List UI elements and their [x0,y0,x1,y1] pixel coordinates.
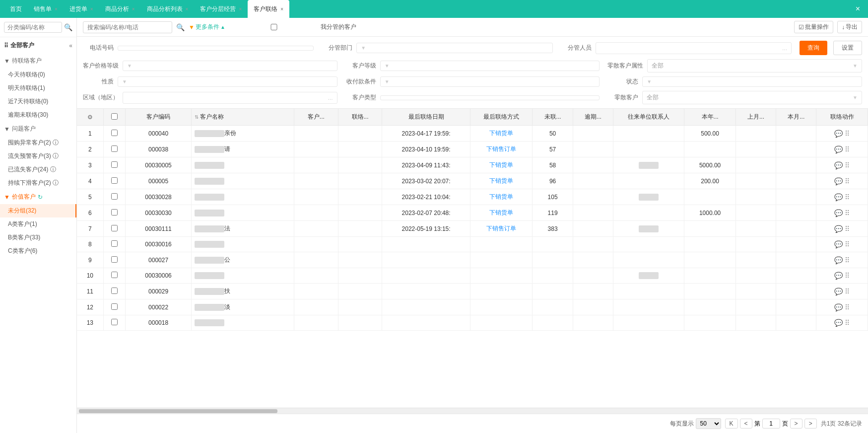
chat-icon[interactable]: 💬 [834,319,843,327]
sidebar-item-ungroup[interactable]: 未分组(32) [0,204,76,217]
row-check[interactable] [103,205,125,221]
row-checkbox[interactable] [111,177,118,184]
row-checkbox[interactable] [111,319,118,325]
filter-input-nature[interactable]: ▼ [118,76,337,87]
more-icon[interactable]: ⠿ [845,272,850,280]
sidebar-item-declining[interactable]: 持续下滑客户(2) ⓘ [0,176,76,190]
close-goods-analysis-list-icon[interactable]: × [186,6,189,12]
per-page-select[interactable]: 50 100 200 [696,418,721,429]
chat-icon[interactable]: 💬 [834,272,843,280]
tab-sales[interactable]: 销售单 × [28,0,64,18]
filter-input-sparse-customer[interactable]: 全部 ▼ [642,91,862,104]
chat-icon[interactable]: 💬 [834,225,843,233]
tab-home[interactable]: 首页 [4,0,28,18]
row-checkbox[interactable] [111,145,118,152]
export-button[interactable]: ↓ 导出 [837,21,862,33]
row-checkbox[interactable] [111,240,118,247]
tab-goods-analysis-list[interactable]: 商品分析列表 × [141,0,195,18]
more-conditions-btn[interactable]: ▼ 更多条件 ▲ [189,23,225,31]
chat-icon[interactable]: 💬 [834,177,843,185]
filter-input-status[interactable]: ▼ [642,76,862,87]
horizontal-scrollbar[interactable] [77,408,868,414]
last-way-link[interactable]: 下销货单 [489,193,513,200]
reset-button[interactable]: 设置 [833,41,862,55]
chat-icon[interactable]: 💬 [834,256,843,264]
sidebar-search-icon[interactable]: 🔍 [64,23,72,31]
tab-customer-contact[interactable]: 客户联络 × [248,0,289,18]
filter-input-customer-type[interactable] [380,95,600,100]
row-check[interactable] [103,315,125,331]
filter-search-icon[interactable]: 🔍 [176,23,185,31]
row-check[interactable] [103,221,125,237]
sidebar-item-overdue[interactable]: 逾期未联络(30) [0,108,76,122]
close-sales-icon[interactable]: × [55,6,58,12]
sidebar-item-today[interactable]: 今天待联络(0) [0,68,76,81]
next-page-button[interactable]: > [790,419,802,429]
more-icon[interactable]: ⠿ [845,177,850,185]
batch-op-button[interactable]: ☑ 批量操作 [794,21,833,33]
row-checkbox[interactable] [111,225,118,231]
more-icon[interactable]: ⠿ [845,193,850,201]
more-icon[interactable]: ⠿ [845,240,850,248]
sidebar-search-input[interactable] [4,22,62,33]
filter-input-payment[interactable]: ▼ [380,76,600,87]
page-number-input[interactable] [762,419,780,429]
row-checkbox[interactable] [111,193,118,200]
row-check[interactable] [103,268,125,284]
scrollbar-thumb[interactable] [79,409,277,413]
filter-input-region[interactable]: ... [123,92,337,104]
sidebar-item-churned[interactable]: 已流失客户(24) ⓘ [0,163,76,176]
sidebar-collapse-icon[interactable]: « [69,42,72,49]
sidebar-group-value[interactable]: ▼ 价值客户 ↻ [0,190,76,204]
tab-purchase[interactable]: 进货单 × [64,0,99,18]
row-checkbox[interactable] [111,288,118,294]
select-all-checkbox[interactable] [111,113,118,120]
row-check[interactable] [103,189,125,205]
row-checkbox[interactable] [111,303,118,310]
row-check[interactable] [103,173,125,189]
last-way-link[interactable]: 下销售订单 [486,225,516,232]
sidebar-item-churn-warning[interactable]: 流失预警客户(3) ⓘ [0,149,76,163]
row-check[interactable] [103,252,125,268]
more-icon[interactable]: ⠿ [845,130,850,138]
more-icon[interactable]: ⠿ [845,303,850,311]
last-page-button[interactable]: > [804,419,817,429]
sidebar-all-customers-header[interactable]: ⠿ 全部客户 « [0,37,76,54]
last-way-link[interactable]: 下销货单 [489,130,513,137]
chat-icon[interactable]: 💬 [834,288,843,295]
last-way-link[interactable]: 下销货单 [489,177,513,184]
row-checkbox[interactable] [111,256,118,263]
filter-input-sparse-attr[interactable]: 全部 ▼ [647,59,862,72]
filter-input-customer-grade[interactable]: ▼ [380,61,600,71]
check-column-header[interactable] [103,109,125,126]
row-check[interactable] [103,284,125,299]
close-customer-tier-icon[interactable]: × [239,6,242,12]
chat-icon[interactable]: 💬 [834,130,843,138]
close-all-button[interactable]: × [852,4,864,13]
sidebar-item-7days[interactable]: 近7天待联络(0) [0,95,76,108]
row-checkbox[interactable] [111,161,118,168]
more-icon[interactable]: ⠿ [845,161,850,169]
refresh-icon[interactable]: ↻ [38,194,43,201]
row-check[interactable] [103,299,125,315]
filter-input-person[interactable]: ... [596,42,792,54]
more-icon[interactable]: ⠿ [845,319,850,327]
search-button[interactable]: 查询 [800,41,827,55]
sidebar-item-class-a[interactable]: A类客户(1) [0,217,76,231]
chat-icon[interactable]: 💬 [834,145,843,153]
sidebar-item-abnormal[interactable]: 囤购异常客户(2) ⓘ [0,136,76,149]
last-way-link[interactable]: 下销货单 [489,161,513,168]
chat-icon[interactable]: 💬 [834,240,843,248]
row-check[interactable] [103,126,125,142]
sidebar-group-pending[interactable]: ▼ 待联络客户 [0,54,76,68]
chat-icon[interactable]: 💬 [834,161,843,169]
my-customers-checkbox-label[interactable]: 我分管的客户 [229,23,356,31]
tab-customer-tier[interactable]: 客户分层经营 × [194,0,248,18]
close-customer-contact-icon[interactable]: × [280,6,283,12]
more-icon[interactable]: ⠿ [845,256,850,264]
row-checkbox[interactable] [111,209,118,216]
row-checkbox[interactable] [111,130,118,136]
more-icon[interactable]: ⠿ [845,288,850,295]
row-check[interactable] [103,142,125,157]
my-customers-checkbox[interactable] [229,24,319,30]
